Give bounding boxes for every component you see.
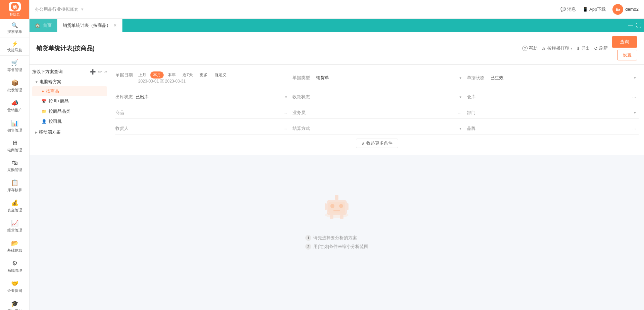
sidebar-item-guide[interactable]: 🎓 新手引导 (0, 297, 29, 310)
scheme-item-by-category[interactable]: 📁 按商品品类 (32, 106, 107, 116)
date-label: 单据日期 (115, 71, 136, 78)
page-header-actions: ? 帮助 🖨 按模板打印 ▾ ⬇ 导出 ↺ 刷新 查询 (522, 36, 637, 60)
date-tab-last7[interactable]: 近7天 (180, 71, 196, 79)
filter-doc-type: 单据类型 销货单 ▾ (290, 69, 464, 87)
ecommerce-icon: 🖥 (12, 140, 18, 147)
scheme-add-icon[interactable]: ➕ (90, 69, 96, 75)
tab-minimize-icon[interactable]: — (628, 22, 633, 29)
tab-report[interactable]: 销货单统计表（按商品） ✕ (57, 19, 122, 32)
department-label: 部门 (467, 110, 490, 116)
scheme-item-by-cashier[interactable]: 👤 按司机 (32, 116, 107, 126)
date-tab-thismonth[interactable]: 本月 (150, 71, 164, 79)
main-content: 办公用品行业模拟账套 ▾ 💬 消息 📱 App下载 Ea demo2 🏠 首页 (30, 0, 644, 310)
inventory-icon: 📋 (11, 179, 18, 187)
scheme-actions: ➕ ✏ « (90, 69, 107, 75)
sidebar-item-wholesale[interactable]: 📦 批发管理 (0, 76, 29, 96)
svg-rect-11 (330, 215, 333, 219)
tip-item-2: 2 用[过滤]条件来缩小分析范围 (305, 242, 368, 251)
scheme-category-mobile[interactable]: ▶ 移动端方案 (32, 128, 107, 137)
warehouse-out-select[interactable]: 已出库 ▾ (136, 94, 287, 100)
sidebar-item-system[interactable]: ⚙ 系统管理 (0, 256, 29, 276)
date-tabs: 上月 本月 本年 近7天 更多 自定义 (136, 71, 287, 79)
svg-rect-12 (340, 215, 343, 219)
filter-warehouse-out: 出库状态 已出库 ▾ (115, 91, 290, 103)
app-download-action[interactable]: 📱 App下载 (583, 6, 606, 12)
system-icon: ⚙ (12, 260, 17, 267)
payment-label: 收款状态 (292, 94, 316, 100)
scheme-panel: 按以下方案查询 ➕ ✏ « ▼ 电脑端方案 (30, 65, 110, 155)
product-dots-icon[interactable]: ··· (283, 110, 287, 115)
mobile-expand-icon: ▶ (35, 131, 38, 134)
brand-dots-icon[interactable]: ··· (632, 126, 636, 131)
tab-home[interactable]: 🏠 首页 (30, 19, 57, 32)
salesperson-dots-icon[interactable]: ··· (458, 110, 462, 115)
export-button[interactable]: ⬇ 导出 (576, 45, 590, 51)
sidebar-item-marketing[interactable]: 📣 营销推广 (0, 96, 29, 116)
breadcrumb-arrow: ▾ (81, 7, 84, 12)
sidebar-quicknav[interactable]: ⚡ 快捷导航 (0, 38, 29, 56)
help-button[interactable]: ? 帮助 (522, 45, 538, 51)
refresh-button[interactable]: ↺ 刷新 (594, 45, 608, 51)
finance-icon: 💰 (11, 199, 18, 207)
sidebar-item-inventory[interactable]: 📋 库存核算 (0, 176, 29, 196)
collapse-more-button[interactable]: ∧ 收起更多条件 (356, 139, 398, 148)
department-chevron-icon: ▾ (634, 111, 636, 115)
sidebar-search[interactable]: 🔍 搜索菜单 (0, 19, 29, 38)
tab-maximize-icon[interactable]: ⛶ (636, 22, 641, 29)
sidebar-logo: 畅 标题页 (0, 0, 29, 19)
scheme-edit-icon[interactable]: ✏ (98, 69, 102, 75)
guide-icon: 🎓 (11, 300, 18, 307)
query-button[interactable]: 查询 (612, 36, 637, 48)
print-button[interactable]: 🖨 按模板打印 ▾ (542, 45, 572, 51)
sidebar-item-operations[interactable]: 📈 经营管理 (0, 216, 29, 236)
user-area[interactable]: Ea demo2 (612, 4, 639, 15)
print-icon: 🖨 (542, 46, 546, 51)
payment-chevron-icon: ▾ (460, 95, 462, 99)
scheme-item-by-month-product[interactable]: 📅 按月+商品 (32, 96, 107, 106)
date-filter-controls: 上月 本月 本年 近7天 更多 自定义 2023-03-01 至 2023-03… (136, 71, 287, 84)
department-select[interactable]: ▾ (490, 111, 636, 115)
setting-button[interactable]: 设置 (617, 50, 637, 60)
filter-product: 商品 ··· (115, 107, 290, 119)
tab-close-icon[interactable]: ✕ (113, 23, 117, 28)
sidebar-item-ecommerce[interactable]: 🖥 电商管理 (0, 136, 29, 156)
filter-brand: 品牌 ··· (464, 123, 639, 135)
message-action[interactable]: 💬 消息 (560, 6, 576, 12)
warehouse-out-value: 已出库 (136, 94, 149, 100)
refresh-icon: ↺ (594, 46, 598, 51)
filter-receiver: 收货人 ··· (115, 123, 290, 135)
empty-state-tips: 1 请先选择要分析的方案 2 用[过滤]条件来缩小分析范围 (305, 234, 368, 251)
brand-label: 品牌 (467, 125, 490, 132)
scheme-category-mobile-label: 移动端方案 (39, 129, 61, 135)
scheme-category-pc[interactable]: ▼ 电脑端方案 (32, 78, 107, 86)
payment-method-select[interactable]: ▾ (316, 126, 462, 131)
sidebar-item-finance[interactable]: 💰 资金管理 (0, 196, 29, 216)
warehouse-select[interactable]: ··· (490, 95, 636, 100)
tabbar: 🏠 首页 销货单统计表（按商品） ✕ — ⛶ (30, 19, 644, 32)
scheme-category-pc-label: 电脑端方案 (40, 79, 61, 85)
sidebar-item-sales[interactable]: 📊 销售管理 (0, 116, 29, 136)
sidebar-item-purchase[interactable]: 🛍 采购管理 (0, 156, 29, 176)
date-tab-more[interactable]: 更多 (197, 71, 210, 79)
topbar-right: 💬 消息 📱 App下载 Ea demo2 (560, 4, 639, 15)
filter-section-top: 按以下方案查询 ➕ ✏ « ▼ 电脑端方案 (30, 65, 644, 155)
doc-type-select[interactable]: 销货单 ▾ (316, 75, 462, 81)
doc-status-value: 已生效 (490, 75, 503, 81)
warehouse-dots-icon[interactable]: ··· (632, 95, 636, 100)
sidebar-item-enterprise[interactable]: 🤝 企业协同 (0, 276, 29, 297)
scheme-item-by-product[interactable]: ● 按商品 (32, 86, 107, 96)
sidebar-item-retail[interactable]: 🛒 零售管理 (0, 56, 29, 76)
scheme-collapse-icon[interactable]: « (104, 69, 107, 75)
scheme-header: 按以下方案查询 ➕ ✏ « (32, 69, 107, 75)
doc-status-select[interactable]: 已生效 ▾ (490, 75, 636, 81)
sidebar-item-basic[interactable]: 📂 基础信息 (0, 236, 29, 256)
date-tab-lastmonth[interactable]: 上月 (136, 71, 149, 79)
receiver-dots-icon[interactable]: ··· (283, 126, 287, 131)
payment-select[interactable]: ▾ (316, 95, 462, 99)
date-tab-thisyear[interactable]: 本年 (165, 71, 178, 79)
basic-icon: 📂 (11, 240, 18, 247)
help-icon: ? (522, 46, 528, 51)
scheme-item-person-icon: 👤 (42, 119, 47, 124)
date-range: 2023-03-01 至 2023-03-31 (138, 79, 287, 84)
date-tab-custom[interactable]: 自定义 (212, 71, 229, 79)
